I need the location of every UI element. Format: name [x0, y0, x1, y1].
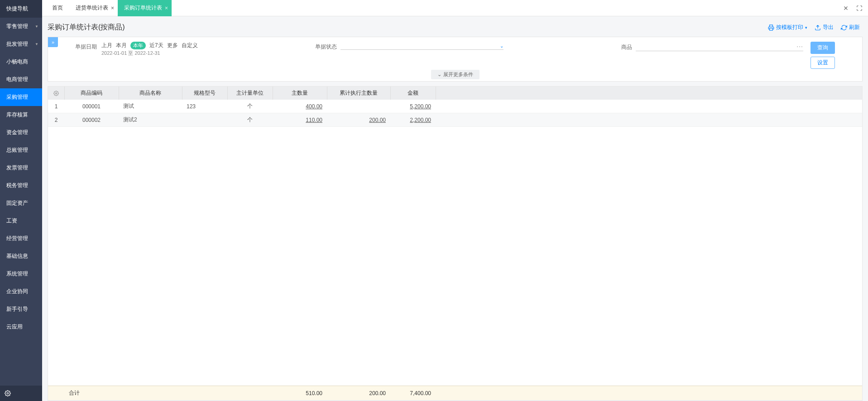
cell-amount[interactable]: 2,200.00 [390, 113, 436, 127]
sidebar-item-18[interactable]: 云应用 [0, 318, 42, 336]
export-button[interactable]: 导出 [815, 24, 834, 31]
svg-point-2 [55, 92, 57, 94]
caret-down-icon: ▼ [35, 24, 38, 29]
col-unit[interactable]: 主计量单位 [227, 87, 273, 100]
refresh-button[interactable]: 刷新 [841, 24, 860, 31]
cell-idx: 2 [48, 113, 64, 127]
table-row[interactable]: 1000001测试123个400.005,200.00 [48, 100, 862, 113]
date-option[interactable]: 本月 [116, 42, 127, 49]
date-option[interactable]: 更多 [167, 42, 178, 49]
status-select[interactable]: ⌄ [340, 43, 504, 50]
product-select[interactable]: ··· [636, 42, 803, 51]
page-header: 采购订单统计表(按商品) 按模板打印 ▾ 导出 [42, 16, 868, 37]
sidebar-item-label: 新手引导 [6, 305, 28, 313]
sidebar-item-label: 批发管理 [6, 40, 28, 48]
export-icon [815, 24, 821, 31]
sidebar-item-label: 小畅电商 [6, 58, 28, 66]
cell-qty[interactable]: 110.00 [273, 113, 327, 127]
sidebar-item-label: 电商管理 [6, 76, 28, 83]
sidebar-item-16[interactable]: 企业协同 [0, 283, 42, 300]
sidebar-item-5[interactable]: 采购管理 [0, 88, 42, 106]
fullscreen-icon[interactable] [855, 4, 863, 12]
col-qty[interactable]: 主数量 [273, 87, 327, 100]
sidebar-item-3[interactable]: 小畅电商 [0, 53, 42, 71]
sidebar-item-label: 云应用 [6, 323, 23, 331]
sidebar-item-0[interactable]: 快捷导航 [0, 0, 42, 18]
sidebar-item-14[interactable]: 基础信息 [0, 247, 42, 265]
sidebar-item-15[interactable]: 系统管理 [0, 265, 42, 283]
table-header-row: 商品编码 商品名称 规格型号 主计量单位 主数量 累计执行主数量 金额 [48, 87, 862, 100]
sidebar-item-10[interactable]: 税务管理 [0, 177, 42, 194]
cell-qty[interactable]: 400.00 [273, 100, 327, 113]
chevron-right-icon: » [52, 39, 54, 45]
printer-icon [768, 24, 774, 31]
svg-point-0 [7, 392, 9, 394]
table-row[interactable]: 2000002测试2个110.00200.002,200.00 [48, 113, 862, 127]
footer-label: 合计 [64, 386, 119, 401]
date-option[interactable]: 近7天 [149, 42, 163, 49]
settings-button[interactable]: 设置 [810, 57, 835, 69]
sidebar-item-17[interactable]: 新手引导 [0, 300, 42, 318]
col-spec[interactable]: 规格型号 [182, 87, 227, 100]
sidebar-item-label: 总账管理 [6, 146, 28, 154]
filter-product: 商品 ··· [621, 42, 803, 51]
print-button[interactable]: 按模板打印 ▾ [768, 24, 807, 31]
tab-label: 采购订单统计表 [124, 4, 162, 12]
sidebar-settings[interactable] [0, 386, 42, 401]
table-footer-row: 合计 510.00 200.00 7,400.00 [48, 386, 862, 401]
cell-code: 000002 [64, 113, 119, 127]
tabs-close-all[interactable] [842, 4, 850, 12]
tab-label: 进货单统计表 [76, 4, 108, 12]
cell-name: 测试 [119, 100, 182, 113]
sidebar-item-2[interactable]: 批发管理▼ [0, 35, 42, 53]
sidebar-item-6[interactable]: 库存核算 [0, 106, 42, 124]
col-exec[interactable]: 累计执行主数量 [327, 87, 390, 100]
main-content: 首页进货单统计表×采购订单统计表× 采购订单统计表(按商品) 按模板打印 [42, 0, 868, 401]
chevron-down-icon: ⌄ [500, 43, 504, 48]
cell-idx: 1 [48, 100, 64, 113]
filter-status: 单据状态 ⌄ [315, 42, 504, 51]
sidebar-item-label: 库存核算 [6, 111, 28, 119]
page-title: 采购订单统计表(按商品) [48, 23, 125, 32]
col-amt[interactable]: 金额 [390, 87, 436, 100]
sidebar-item-1[interactable]: 零售管理▼ [0, 18, 42, 35]
filter-status-label: 单据状态 [315, 42, 337, 51]
cell-name: 测试2 [119, 113, 182, 127]
sidebar-item-label: 发票管理 [6, 164, 28, 172]
query-button[interactable]: 查询 [810, 42, 835, 54]
chevron-down-icon: ▾ [805, 25, 807, 30]
sidebar-item-4[interactable]: 电商管理 [0, 71, 42, 88]
sidebar-item-8[interactable]: 总账管理 [0, 141, 42, 159]
close-icon[interactable]: × [165, 5, 168, 11]
cell-exec[interactable] [327, 100, 390, 113]
collapse-toggle[interactable]: » [48, 37, 58, 47]
cell-code: 000001 [64, 100, 119, 113]
col-code[interactable]: 商品编码 [64, 87, 119, 100]
sidebar-item-12[interactable]: 工资 [0, 212, 42, 230]
sidebar-item-13[interactable]: 经营管理 [0, 230, 42, 247]
sidebar-item-11[interactable]: 固定资产 [0, 194, 42, 212]
svg-rect-1 [770, 28, 773, 30]
sidebar: 快捷导航零售管理▼批发管理▼小畅电商电商管理采购管理库存核算资金管理总账管理发票… [0, 0, 42, 401]
footer-amount: 7,400.00 [390, 386, 436, 401]
close-icon[interactable]: × [111, 5, 114, 11]
filter-panel: » 单据日期 上月本月本年近7天更多自定义 2022-01-01 至 2022-… [48, 37, 863, 82]
tab-2[interactable]: 采购订单统计表× [118, 0, 172, 16]
sidebar-item-9[interactable]: 发票管理 [0, 159, 42, 177]
date-option[interactable]: 本年 [130, 42, 146, 49]
cell-exec[interactable]: 200.00 [327, 113, 390, 127]
tab-0[interactable]: 首页 [46, 0, 69, 16]
sidebar-item-label: 企业协同 [6, 288, 28, 295]
date-option[interactable]: 自定义 [182, 42, 198, 49]
footer-qty: 510.00 [273, 386, 327, 401]
tab-1[interactable]: 进货单统计表× [69, 0, 118, 16]
filter-date-label: 单据日期 [75, 42, 97, 51]
gear-column[interactable] [48, 87, 64, 100]
gear-icon [52, 91, 61, 96]
cell-amount[interactable]: 5,200.00 [390, 100, 436, 113]
date-option[interactable]: 上月 [101, 42, 112, 49]
sidebar-item-7[interactable]: 资金管理 [0, 124, 42, 141]
expand-conditions[interactable]: ⌄ 展开更多条件 [431, 70, 480, 79]
cell-unit: 个 [227, 113, 273, 127]
col-name[interactable]: 商品名称 [119, 87, 182, 100]
